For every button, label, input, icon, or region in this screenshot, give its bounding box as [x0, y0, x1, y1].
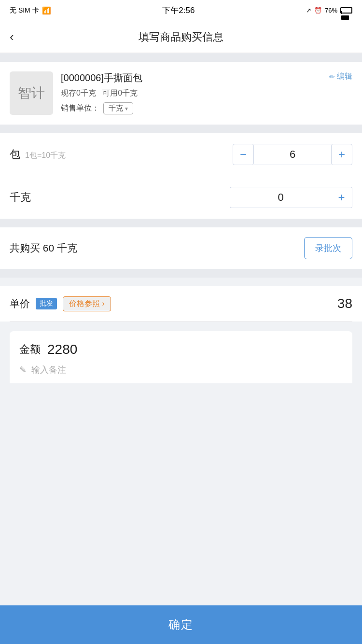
product-thumbnail: 智计: [10, 71, 53, 115]
price-value: 38: [337, 296, 352, 311]
qty-label-text-kg: 千克: [10, 190, 31, 205]
product-card: 智计 [0000006]手撕面包 ✏ 编辑 现存0千克 可用0千克 销售单位： …: [0, 62, 362, 125]
qty-controls-kg: +: [230, 187, 352, 208]
qty-label-text-bao: 包: [10, 147, 20, 162]
qty-input-bao[interactable]: [254, 144, 331, 165]
nav-bar: ‹ 填写商品购买信息: [0, 21, 362, 53]
location-icon: ↗: [306, 7, 311, 14]
battery-percent: 76%: [325, 7, 337, 14]
amount-section: 金额 2280 ✎ 输入备注: [0, 322, 362, 528]
amount-label: 金额: [19, 342, 41, 357]
quantity-section: 包 1包=10千克 − + 千克 +: [0, 133, 362, 219]
status-time: 下午2:56: [162, 5, 195, 16]
qty-input-kg[interactable]: [230, 187, 331, 208]
alarm-icon: ⏰: [314, 7, 322, 14]
spacer: [98, 89, 100, 97]
wifi-icon: 📶: [42, 6, 51, 15]
edit-label: 编辑: [337, 71, 352, 82]
total-text: 共购买 60 千克: [10, 241, 77, 255]
page-title: 填写商品购买信息: [139, 30, 223, 44]
qty-minus-bao[interactable]: −: [233, 144, 254, 165]
stock-text: 现存0千克: [61, 89, 96, 97]
price-tag-batch: 批发: [36, 298, 57, 309]
qty-controls-bao: − +: [233, 144, 352, 165]
note-placeholder: 输入备注: [31, 364, 66, 376]
price-ref-button[interactable]: 价格参照 ›: [63, 296, 111, 311]
note-icon: ✎: [19, 364, 27, 375]
edit-icon: ✏: [329, 73, 335, 81]
product-info: [0000006]手撕面包 ✏ 编辑 现存0千克 可用0千克 销售单位： 千克 …: [61, 71, 352, 114]
batch-button[interactable]: 录批次: [304, 237, 352, 259]
amount-row: 金额 2280: [19, 342, 343, 357]
product-unit: 销售单位： 千克 ▾: [61, 102, 352, 114]
status-carrier: 无 SIM 卡 📶: [10, 6, 51, 15]
product-stock: 现存0千克 可用0千克: [61, 88, 352, 98]
battery-icon: [340, 7, 352, 14]
section-gap-3: [0, 219, 362, 227]
qty-row-bao: 包 1包=10千克 − +: [10, 133, 352, 176]
qty-plus-kg[interactable]: +: [331, 187, 352, 208]
available-text: 可用0千克: [102, 89, 138, 97]
confirm-button[interactable]: 确定: [0, 605, 362, 644]
content-spacer: [10, 383, 352, 528]
carrier-text: 无 SIM 卡: [10, 6, 39, 15]
price-label: 单价: [10, 297, 30, 310]
price-row: 单价 批发 价格参照 › 38: [10, 296, 352, 322]
section-gap-4: [0, 269, 362, 278]
unit-label: 销售单位：: [61, 103, 99, 113]
price-section: 单价 批发 价格参照 › 38: [0, 286, 362, 322]
status-right: ↗ ⏰ 76%: [306, 7, 352, 14]
qty-label-bao: 包 1包=10千克: [10, 147, 66, 162]
amount-value: 2280: [47, 342, 77, 357]
total-section: 共购买 60 千克 录批次: [0, 227, 362, 269]
qty-plus-bao[interactable]: +: [331, 144, 352, 165]
product-logo: 智计: [18, 84, 45, 102]
product-name: [0000006]手撕面包: [61, 71, 142, 84]
qty-row-kg: 千克 +: [10, 176, 352, 219]
unit-selector[interactable]: 千克 ▾: [103, 102, 133, 114]
section-gap-1: [0, 53, 362, 62]
qty-label-kg: 千克: [10, 190, 31, 205]
back-button[interactable]: ‹: [10, 29, 14, 44]
section-gap-2: [0, 125, 362, 133]
amount-card: 金额 2280 ✎ 输入备注: [10, 331, 352, 383]
note-row[interactable]: ✎ 输入备注: [19, 364, 343, 376]
status-bar: 无 SIM 卡 📶 下午2:56 ↗ ⏰ 76%: [0, 0, 362, 21]
unit-value: 千克: [109, 104, 123, 113]
qty-sublabel-bao: 1包=10千克: [25, 151, 66, 161]
edit-button[interactable]: ✏ 编辑: [329, 71, 352, 82]
unit-arrow: ▾: [125, 105, 128, 112]
